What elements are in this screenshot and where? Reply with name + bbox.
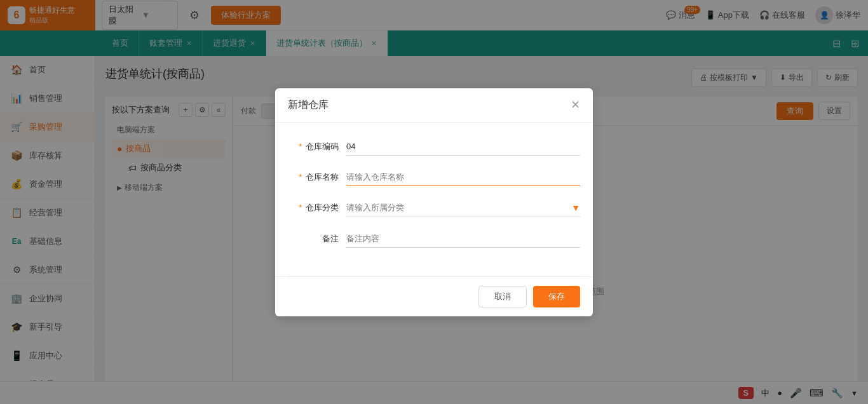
category-label: * 仓库分类 <box>288 202 339 213</box>
category-select-wrapper[interactable]: ▼ <box>346 199 580 217</box>
modal-header: 新增仓库 ✕ <box>275 88 593 123</box>
code-label: * 仓库编码 <box>288 141 339 152</box>
category-input[interactable] <box>346 203 571 212</box>
remark-label: 备注 <box>288 233 339 245</box>
form-row-remark: 备注 <box>288 230 580 248</box>
modal-body: * 仓库编码 * 仓库名称 * 仓库分类 <box>275 123 593 276</box>
remark-input[interactable] <box>346 230 580 248</box>
name-label: * 仓库名称 <box>288 172 339 183</box>
save-button[interactable]: 保存 <box>533 286 580 307</box>
category-required-star: * <box>299 203 302 212</box>
code-required-star: * <box>299 142 302 151</box>
modal-new-warehouse: 新增仓库 ✕ * 仓库编码 * 仓库名称 <box>275 88 593 316</box>
cancel-button[interactable]: 取消 <box>478 286 527 307</box>
modal-footer: 取消 保存 <box>275 276 593 316</box>
form-row-name: * 仓库名称 <box>288 168 580 186</box>
name-input[interactable] <box>346 168 580 186</box>
modal-title: 新增仓库 <box>288 98 329 112</box>
category-dropdown-icon: ▼ <box>571 203 580 213</box>
code-input[interactable] <box>346 138 580 156</box>
modal-overlay: 新增仓库 ✕ * 仓库编码 * 仓库名称 <box>0 0 868 404</box>
modal-close-btn[interactable]: ✕ <box>571 99 580 111</box>
form-row-category: * 仓库分类 ▼ <box>288 199 580 217</box>
name-required-star: * <box>299 172 302 182</box>
form-row-code: * 仓库编码 <box>288 138 580 156</box>
